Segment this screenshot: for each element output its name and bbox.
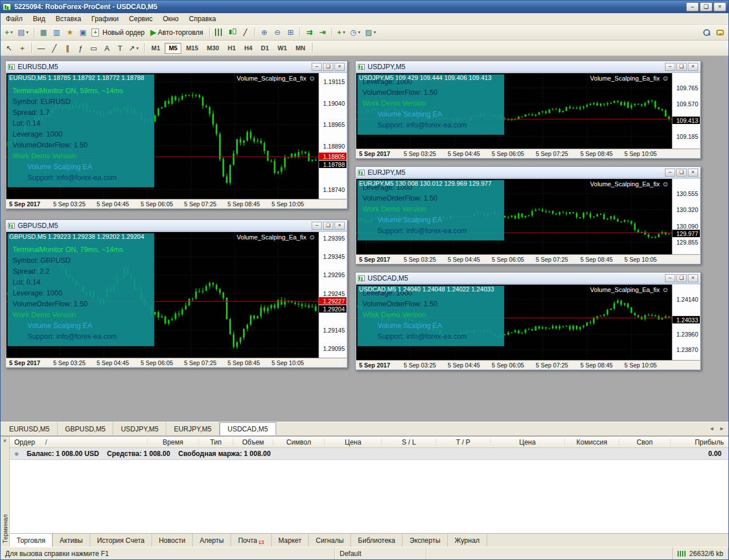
chart-restore-button[interactable]: ❏ — [323, 222, 333, 230]
chat-button[interactable] — [714, 26, 726, 39]
horizontal-line-button[interactable]: — — [35, 42, 47, 54]
chart-window-titlebar[interactable]: GBPUSD,M5 – ❏ × — [6, 220, 347, 231]
chart-window-titlebar[interactable]: EURJPY,M5 – ❏ × — [356, 167, 700, 178]
terminal-button[interactable]: ▣ — [77, 26, 89, 39]
terminal-tab-эксперты[interactable]: Эксперты — [403, 534, 448, 547]
new-chart-button[interactable]: +▼ — [3, 26, 15, 39]
indicators-button[interactable]: +▼ — [335, 26, 348, 39]
terminal-tab-новости[interactable]: Новости — [152, 534, 193, 547]
arrows-button[interactable]: ↗▼ — [127, 42, 141, 54]
price-scale[interactable]: 1.241401.239601.238701.24033 — [672, 285, 700, 360]
timeframe-button-d1[interactable]: D1 — [257, 43, 273, 54]
chart-minimize-button[interactable]: – — [665, 274, 675, 282]
time-axis[interactable]: 5 Sep 20175 Sep 03:255 Sep 04:455 Sep 06… — [6, 199, 346, 208]
chart-close-button[interactable]: × — [334, 63, 345, 71]
menu-item-file[interactable]: Файл — [1, 14, 28, 24]
chart-canvas[interactable]: TerminalMonitor ON, 79ms, ~14msSymbol: G… — [6, 232, 318, 358]
text-label-button[interactable]: T — [114, 42, 126, 54]
line-chart-button[interactable] — [239, 26, 252, 39]
timeframe-button-w1[interactable]: W1 — [273, 43, 291, 54]
terminal-tab-библиотека[interactable]: Библиотека — [351, 534, 403, 547]
terminal-tab-алерты[interactable]: Алерты — [193, 534, 231, 547]
chart-minimize-button[interactable]: – — [665, 169, 675, 177]
chart-close-button[interactable]: × — [688, 63, 698, 71]
timeframe-button-mn[interactable]: MN — [292, 43, 309, 54]
chart-canvas[interactable]: Leverage: 1000VolumeOrderFlow: 1.50Work … — [356, 179, 672, 254]
terminal-column-2[interactable]: Тип — [198, 438, 233, 446]
terminal-column-5[interactable]: Цена — [324, 438, 381, 446]
tab-scroll-left-button[interactable]: ◄ — [707, 425, 716, 432]
tile-windows-button[interactable]: ⊞ — [284, 26, 297, 39]
zoom-out-button[interactable]: ⊖ — [271, 26, 284, 39]
time-axis[interactable]: 5 Sep 20175 Sep 03:255 Sep 04:455 Sep 06… — [356, 360, 700, 369]
navigator-button[interactable]: ★ — [63, 26, 76, 39]
terminal-column-4[interactable]: Символ — [273, 438, 324, 446]
terminal-close-icon[interactable]: × — [3, 437, 7, 445]
channel-button[interactable]: ∥ — [61, 42, 74, 54]
crosshair-button[interactable]: + — [16, 42, 29, 54]
terminal-tab-сигналы[interactable]: Сигналы — [309, 534, 351, 547]
terminal-tab-журнал[interactable]: Журнал — [448, 534, 487, 547]
chart-window-titlebar[interactable]: USDCAD,M5 – ❏ × — [356, 273, 700, 284]
menu-item-insert[interactable]: Вставка — [50, 14, 86, 24]
timeframe-button-h1[interactable]: H1 — [224, 43, 240, 54]
market-watch-button[interactable]: ▦ — [37, 26, 50, 39]
price-scale[interactable]: 130.555130.320130.090129.855129.977 — [672, 179, 700, 254]
window-restore-button[interactable]: ❏ — [700, 2, 712, 11]
chart-canvas[interactable]: Leverage: 1000VolumeOrderFlow: 1.50Work … — [356, 73, 672, 149]
terminal-column-3[interactable]: Объем — [233, 438, 273, 446]
price-scale[interactable]: 109.765109.570109.185109.413 — [672, 73, 700, 149]
fibonacci-button[interactable]: ƒ — [74, 42, 87, 54]
menu-item-charts[interactable]: Графики — [86, 14, 124, 24]
terminal-column-0[interactable]: Ордер/ — [10, 438, 147, 446]
profiles-button[interactable]: ▤▼ — [16, 26, 31, 39]
chart-close-button[interactable]: × — [688, 169, 698, 177]
data-window-button[interactable]: ▥ — [50, 26, 63, 39]
terminal-column-6[interactable]: S / L — [381, 438, 436, 446]
timeframe-button-m5[interactable]: M5 — [165, 43, 181, 54]
terminal-column-9[interactable]: Комиссия — [564, 438, 619, 446]
chart-window-titlebar[interactable]: USDJPY,M5 – ❏ × — [356, 61, 700, 73]
terminal-column-7[interactable]: T / P — [436, 438, 490, 446]
chart-canvas[interactable]: TerminalMonitor ON, 59ms, ~14msSymbol: E… — [6, 73, 318, 199]
timeframe-button-m1[interactable]: M1 — [148, 43, 164, 54]
terminal-tab-почта[interactable]: Почта13 — [231, 534, 271, 547]
terminal-tab-торговля[interactable]: Торговля — [10, 534, 53, 547]
chart-window-titlebar[interactable]: EURUSD,M5 – ❏ × — [6, 61, 347, 73]
timeframe-button-m30[interactable]: M30 — [203, 43, 223, 54]
terminal-column-11[interactable]: Прибыль — [670, 438, 728, 446]
menu-item-view[interactable]: Вид — [28, 14, 51, 24]
window-titlebar[interactable]: 5225094: RoboForex-ProCent - USDCAD,M5 –… — [1, 1, 728, 13]
time-axis[interactable]: 5 Sep 20175 Sep 03:255 Sep 04:455 Sep 06… — [356, 254, 700, 263]
chart-tab-gbpusd[interactable]: GBPUSD,M5 — [58, 422, 114, 435]
chart-minimize-button[interactable]: – — [665, 63, 675, 71]
zoom-in-button[interactable]: ⊕ — [258, 26, 270, 39]
chart-restore-button[interactable]: ❏ — [676, 63, 687, 71]
price-scale[interactable]: 1.293951.293451.292951.292451.291451.290… — [318, 232, 346, 358]
chart-close-button[interactable]: × — [688, 274, 698, 282]
periods-button[interactable]: ◷▼ — [348, 26, 362, 39]
chart-minimize-button[interactable]: – — [312, 222, 322, 230]
time-axis[interactable]: 5 Sep 20175 Sep 03:255 Sep 04:455 Sep 06… — [356, 149, 700, 158]
cursor-button[interactable]: ↖ — [3, 42, 15, 54]
templates-button[interactable]: ▨▼ — [364, 26, 379, 39]
new-order-button[interactable]: +Новый ордер — [90, 26, 148, 39]
chart-close-button[interactable]: × — [334, 222, 345, 230]
chart-minimize-button[interactable]: – — [312, 63, 322, 71]
menu-item-help[interactable]: Справка — [184, 14, 221, 24]
chart-restore-button[interactable]: ❏ — [323, 63, 333, 71]
chart-canvas[interactable]: Leverage: 1000VolumeOrderFlow: 1.50Work … — [356, 285, 672, 360]
chart-tab-eurjpy[interactable]: EURJPY,M5 — [166, 422, 220, 435]
timeframe-button-h4[interactable]: H4 — [240, 43, 256, 54]
timeframe-button-m15[interactable]: M15 — [182, 43, 202, 54]
tab-scroll-right-button[interactable]: ► — [718, 425, 726, 432]
auto-trading-button[interactable]: ▶Авто-торговля — [149, 26, 206, 39]
chart-tab-usdjpy[interactable]: USDJPY,M5 — [113, 422, 166, 435]
terminal-column-8[interactable]: Цена — [490, 438, 564, 446]
chart-tab-eurusd[interactable]: EURUSD,M5 — [2, 422, 58, 435]
price-scale[interactable]: 1.191151.190401.189651.188901.187401.188… — [318, 73, 346, 199]
trendline-button[interactable]: ╱ — [48, 42, 61, 54]
chart-tab-usdcad[interactable]: USDCAD,M5 — [220, 422, 276, 435]
window-minimize-button[interactable]: – — [686, 2, 699, 11]
chart-restore-button[interactable]: ❏ — [676, 169, 687, 177]
